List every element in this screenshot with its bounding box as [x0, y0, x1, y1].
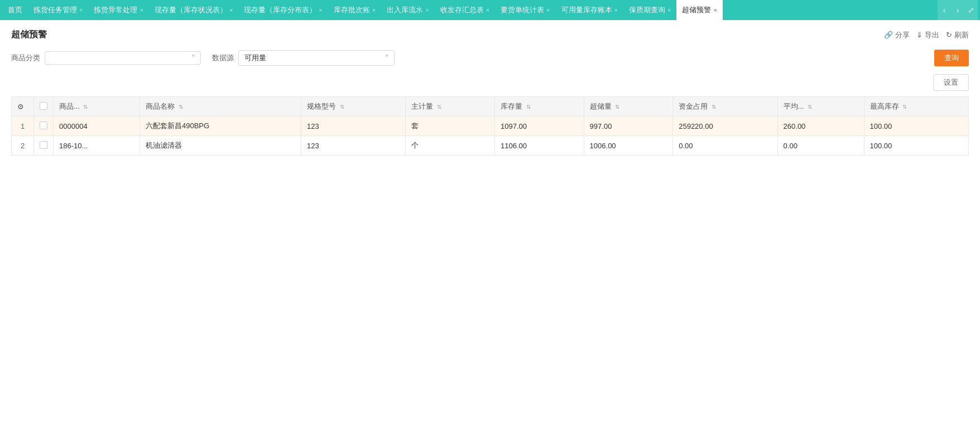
- gear-icon: ⚙: [17, 103, 24, 111]
- export-button[interactable]: ⇓ 导出: [916, 30, 939, 40]
- nav-close-icon[interactable]: ×: [79, 7, 83, 13]
- col-unit[interactable]: 主计量 ⇅: [406, 97, 495, 117]
- row-checkbox[interactable]: [40, 141, 47, 149]
- main-content: 超储预警 🔗 分享 ⇓ 导出 ↻ 刷新 商品分类 ˅ 数据源: [0, 20, 980, 446]
- col-max-stock[interactable]: 最高库存 ⇅: [864, 97, 968, 117]
- sort-icon-4: ⇅: [437, 104, 441, 110]
- export-icon: ⇓: [916, 31, 923, 39]
- row-index: 1: [12, 117, 34, 136]
- settings-button[interactable]: 设置: [933, 74, 969, 91]
- cell-unit: 套: [406, 117, 495, 136]
- nav-close-icon[interactable]: ×: [140, 7, 143, 13]
- sort-icon-5: ⇅: [526, 104, 531, 110]
- nav-item---[interactable]: 首页: [2, 0, 28, 20]
- nav-expand-button[interactable]: ⤢: [964, 0, 978, 20]
- nav-item-------[interactable]: 收发存汇总表×: [435, 0, 495, 20]
- nav-item-------[interactable]: 要货单统计表×: [495, 0, 555, 20]
- nav-item--------[interactable]: 可用量库存账本×: [556, 0, 623, 20]
- nav-close-icon[interactable]: ×: [319, 7, 322, 13]
- page-title: 超储预警: [11, 29, 47, 41]
- sort-icon-6: ⇅: [615, 104, 619, 110]
- table-body: 10000004六配套新昌490BPG123套1097.00997.002592…: [12, 117, 969, 156]
- refresh-button[interactable]: ↻ 刷新: [946, 30, 969, 40]
- sort-icon-8: ⇅: [808, 104, 812, 110]
- filter-actions: 查询: [934, 50, 969, 66]
- sort-icon-9: ⇅: [902, 104, 907, 110]
- col-product-code[interactable]: 商品... ⇅: [54, 97, 140, 117]
- cell-avg: 0.00: [777, 136, 864, 156]
- row-checkbox-cell: [34, 136, 54, 156]
- col-spec[interactable]: 规格型号 ⇅: [301, 97, 406, 117]
- cell-max-stock: 100.00: [864, 136, 968, 156]
- query-button[interactable]: 查询: [934, 50, 969, 66]
- nav-item-label: 保质期查询: [629, 5, 665, 15]
- nav-close-icon[interactable]: ×: [614, 7, 618, 13]
- sort-icon-7: ⇅: [712, 104, 716, 110]
- nav-item------[interactable]: 出入库流水×: [381, 0, 434, 20]
- row-checkbox-cell: [34, 117, 54, 136]
- nav-item-----------[interactable]: 现存量（库存状况表）×: [149, 0, 238, 20]
- table-row: 2186-10...机油滤清器123个1106.001006.000.000.0…: [12, 136, 969, 156]
- nav-close-icon[interactable]: ×: [229, 7, 233, 13]
- filter-row: 商品分类 ˅ 数据源 可用量 ˅ 查询: [11, 50, 969, 66]
- sort-icon-3: ⇅: [340, 104, 344, 110]
- nav-close-icon[interactable]: ×: [486, 7, 489, 13]
- table-row: 10000004六配套新昌490BPG123套1097.00997.002592…: [12, 117, 969, 136]
- cell-unit: 个: [406, 136, 495, 156]
- nav-item-----[interactable]: 超储预警×: [676, 0, 722, 20]
- col-capital[interactable]: 资金占用 ⇅: [673, 97, 777, 117]
- cell-avg: 260.00: [777, 117, 864, 136]
- nav-item-label: 现存量（库存分布表）: [244, 5, 316, 15]
- cell-over-stock: 1006.00: [584, 136, 673, 156]
- cell-product-name: 六配套新昌490BPG: [140, 117, 301, 136]
- nav-close-icon[interactable]: ×: [546, 7, 550, 13]
- nav-item-label: 拣货异常处理: [94, 5, 137, 15]
- nav-item-label: 现存量（库存状况表）: [155, 5, 227, 15]
- share-icon: 🔗: [884, 31, 893, 39]
- header-checkbox[interactable]: [40, 102, 47, 110]
- nav-item------[interactable]: 库存批次账×: [328, 0, 381, 20]
- nav-next-button[interactable]: ›: [951, 0, 964, 20]
- nav-item-label: 首页: [8, 5, 22, 15]
- table-checkbox-header[interactable]: [34, 97, 54, 117]
- data-table: ⚙ 商品... ⇅ 商品名称 ⇅ 规格型号 ⇅ 主计量: [11, 96, 969, 156]
- row-checkbox[interactable]: [40, 122, 47, 129]
- nav-close-icon[interactable]: ×: [713, 7, 717, 13]
- nav-close-icon[interactable]: ×: [372, 7, 376, 13]
- page-header: 超储预警 🔗 分享 ⇓ 导出 ↻ 刷新: [11, 29, 969, 41]
- nav-close-icon[interactable]: ×: [425, 7, 429, 13]
- cell-product-code: 0000004: [54, 117, 140, 136]
- cell-stock: 1097.00: [495, 117, 584, 136]
- cell-capital: 259220.00: [673, 117, 777, 136]
- nav-item-------[interactable]: 拣货异常处理×: [88, 0, 148, 20]
- nav-arrows: ‹ › ⤢: [938, 0, 978, 20]
- nav-item-label: 超储预警: [682, 5, 711, 15]
- sort-icon-2: ⇅: [179, 104, 183, 110]
- datasource-filter-group: 数据源 可用量 ˅: [212, 50, 395, 66]
- nav-item-label: 收发存汇总表: [440, 5, 484, 15]
- nav-item-----------[interactable]: 现存量（库存分布表）×: [238, 0, 328, 20]
- cell-product-name: 机油滤清器: [140, 136, 301, 156]
- nav-item-label: 拣货任务管理: [33, 5, 77, 15]
- nav-item-label: 要货单统计表: [501, 5, 544, 15]
- refresh-icon: ↻: [946, 31, 952, 39]
- share-button[interactable]: 🔗 分享: [884, 30, 910, 40]
- table-gear-header[interactable]: ⚙: [12, 97, 34, 117]
- nav-prev-button[interactable]: ‹: [938, 0, 951, 20]
- col-stock[interactable]: 库存量 ⇅: [495, 97, 584, 117]
- nav-item-label: 库存批次账: [334, 5, 370, 15]
- nav-item-------[interactable]: 拣货任务管理×: [28, 0, 88, 20]
- cell-spec: 123: [301, 117, 406, 136]
- top-navigation: 首页拣货任务管理×拣货异常处理×现存量（库存状况表）×现存量（库存分布表）×库存…: [0, 0, 980, 20]
- col-over-stock[interactable]: 超储量 ⇅: [584, 97, 673, 117]
- category-select[interactable]: ˅: [45, 51, 201, 65]
- datasource-select[interactable]: 可用量 ˅: [238, 50, 395, 66]
- cell-over-stock: 997.00: [584, 117, 673, 136]
- nav-item------[interactable]: 保质期查询×: [623, 0, 676, 20]
- datasource-value: 可用量: [244, 53, 266, 63]
- cell-capital: 0.00: [673, 136, 777, 156]
- nav-close-icon[interactable]: ×: [667, 7, 671, 13]
- col-avg[interactable]: 平均... ⇅: [777, 97, 864, 117]
- row-index: 2: [12, 136, 34, 156]
- col-product-name[interactable]: 商品名称 ⇅: [140, 97, 301, 117]
